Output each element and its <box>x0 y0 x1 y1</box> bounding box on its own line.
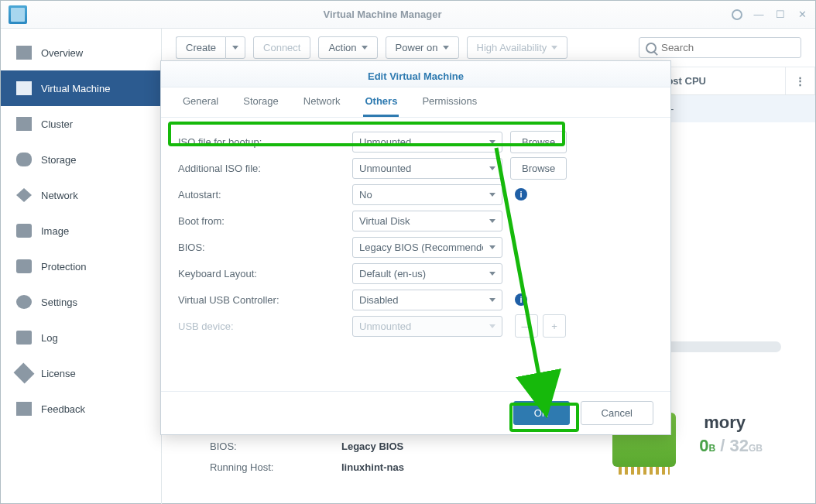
isoboot-label: ISO file for bootup: <box>178 136 352 148</box>
memory-label: mory <box>704 413 746 433</box>
info-icon[interactable]: i <box>515 188 527 201</box>
search-input[interactable] <box>661 42 794 53</box>
modal-body: ISO file for bootup: Unmounted Browse Ad… <box>161 118 670 393</box>
cell-host-cpu: - <box>661 95 797 122</box>
sidebar-item-feedback[interactable]: Feedback <box>1 391 161 427</box>
addiso-select[interactable]: Unmounted <box>352 158 502 179</box>
protection-icon <box>16 259 32 273</box>
sidebar-item-settings[interactable]: Settings <box>1 284 161 320</box>
sidebar-item-label: Feedback <box>41 403 85 415</box>
image-icon <box>16 224 32 238</box>
sidebar: Overview Virtual Machine Cluster Storage… <box>1 29 162 504</box>
power-on-button[interactable]: Power on <box>386 36 459 59</box>
sidebar-item-cluster[interactable]: Cluster <box>1 106 161 142</box>
bios-select[interactable]: Legacy BIOS (Recommended) <box>352 237 502 258</box>
modal-title: Edit Virtual Machine <box>161 61 670 87</box>
key-icon <box>14 363 35 384</box>
addiso-browse-button[interactable]: Browse <box>510 157 567 180</box>
connect-label: Connect <box>263 42 300 53</box>
search-input-wrap[interactable] <box>639 37 801 58</box>
storage-icon <box>16 153 32 166</box>
tab-network[interactable]: Network <box>302 87 342 117</box>
tab-others[interactable]: Others <box>363 87 399 117</box>
action-button[interactable]: Action <box>318 36 377 59</box>
high-availability-button[interactable]: High Availability <box>467 36 568 59</box>
window-title: Virtual Machine Manager <box>33 9 732 20</box>
sidebar-item-log[interactable]: Log <box>1 320 161 355</box>
create-label: Create <box>186 42 216 53</box>
sidebar-item-image[interactable]: Image <box>1 213 161 249</box>
detail-bios-label: BIOS: <box>210 441 341 452</box>
tab-general[interactable]: General <box>181 87 220 117</box>
modal-footer: OK Cancel <box>161 391 670 434</box>
sidebar-item-label: Virtual Machine <box>41 83 110 94</box>
chevron-down-icon <box>489 245 495 249</box>
poweron-label: Power on <box>396 42 438 53</box>
connect-button[interactable]: Connect <box>253 36 310 59</box>
titlebar: Virtual Machine Manager — ☐ ✕ <box>1 1 815 29</box>
tab-storage[interactable]: Storage <box>242 87 280 117</box>
chevron-down-icon <box>489 140 495 144</box>
kblayout-label: Keyboard Layout: <box>178 268 352 279</box>
sidebar-item-virtual-machine[interactable]: Virtual Machine <box>1 70 161 106</box>
detail-runninghost-value: linuxhint-nas <box>341 461 404 473</box>
sidebar-item-label: Settings <box>41 297 77 308</box>
maximize-button[interactable]: ☐ <box>775 9 786 20</box>
sidebar-item-storage[interactable]: Storage <box>1 142 161 177</box>
action-label: Action <box>328 42 356 53</box>
cancel-button[interactable]: Cancel <box>581 401 653 425</box>
autostart-label: Autostart: <box>178 189 352 201</box>
sidebar-item-license[interactable]: License <box>1 355 161 391</box>
chevron-down-icon <box>443 46 449 50</box>
app-icon <box>9 5 27 24</box>
window-controls: — ☐ ✕ <box>732 9 807 20</box>
add-usb-button: + <box>543 314 566 338</box>
ok-button[interactable]: OK <box>513 401 570 425</box>
chevron-down-icon <box>489 272 495 276</box>
chevron-down-icon <box>232 46 238 50</box>
addiso-label: Additional ISO file: <box>178 163 352 174</box>
isoboot-browse-button[interactable]: Browse <box>510 131 567 153</box>
th-column-menu[interactable]: ⋮ <box>786 67 815 94</box>
overview-icon <box>16 46 32 60</box>
app-window: Virtual Machine Manager — ☐ ✕ Overview V… <box>0 0 816 504</box>
isoboot-select[interactable]: Unmounted <box>352 132 502 153</box>
edit-vm-modal: Edit Virtual Machine General Storage Net… <box>160 60 671 435</box>
sidebar-item-label: Log <box>41 332 58 344</box>
minimize-button[interactable]: — <box>753 9 764 20</box>
virtual-machine-icon <box>16 81 32 95</box>
modal-tabs: General Storage Network Others Permissio… <box>161 87 670 118</box>
sidebar-item-overview[interactable]: Overview <box>1 35 161 70</box>
network-icon <box>16 188 32 202</box>
bootfrom-select[interactable]: Virtual Disk <box>352 211 502 231</box>
sidebar-item-label: Image <box>41 225 69 237</box>
chevron-down-icon <box>489 324 495 328</box>
usbctrl-select[interactable]: Disabled <box>352 290 502 310</box>
close-button[interactable]: ✕ <box>797 9 807 20</box>
info-icon[interactable]: i <box>515 293 527 306</box>
detail-bios-value: Legacy BIOS <box>341 441 403 452</box>
gear-icon <box>16 295 32 309</box>
sidebar-item-label: Overview <box>41 47 83 59</box>
remove-usb-button: — <box>515 314 538 338</box>
chevron-down-icon <box>551 46 557 50</box>
usbdev-select: Unmounted <box>352 316 502 337</box>
memory-fraction: 0B / 32GB <box>699 436 763 456</box>
log-icon <box>16 331 32 345</box>
chevron-down-icon <box>489 193 495 197</box>
ha-label: High Availability <box>477 42 547 53</box>
sidebar-item-protection[interactable]: Protection <box>1 249 161 284</box>
bios-label: BIOS: <box>178 242 352 253</box>
usbctrl-label: Virtual USB Controller: <box>178 294 352 306</box>
usbdev-label: USB device: <box>178 321 352 332</box>
sidebar-item-label: Network <box>41 190 78 201</box>
create-button[interactable]: Create <box>176 36 245 59</box>
kblayout-select[interactable]: Default (en-us) <box>352 263 502 284</box>
tab-permissions[interactable]: Permissions <box>420 87 478 117</box>
envelope-icon <box>16 402 32 416</box>
sidebar-item-label: Storage <box>41 154 77 166</box>
sidebar-item-label: Cluster <box>41 118 73 130</box>
sidebar-item-network[interactable]: Network <box>1 177 161 213</box>
autostart-select[interactable]: No <box>352 184 502 205</box>
pin-icon[interactable] <box>732 9 742 20</box>
